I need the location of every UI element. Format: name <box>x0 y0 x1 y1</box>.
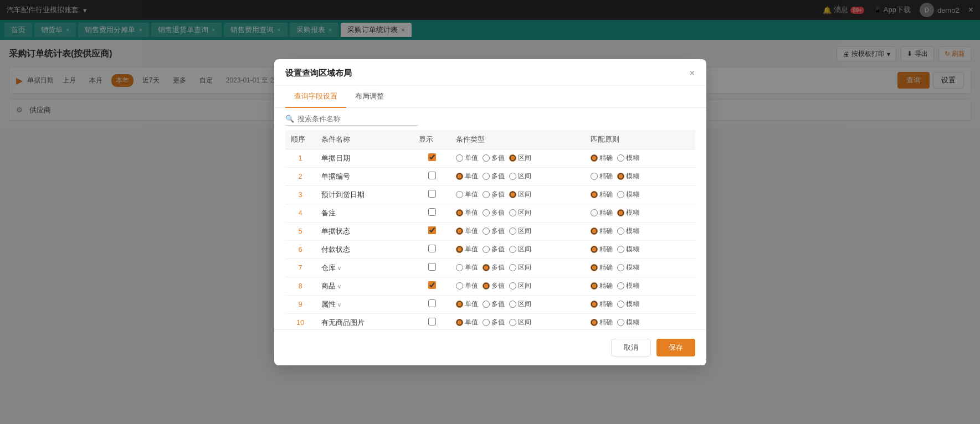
modal-title: 设置查询区域布局 <box>285 68 352 79</box>
modal-tabs: 查询字段设置 布局调整 <box>274 86 706 108</box>
modal-tab-query-fields[interactable]: 查询字段设置 <box>285 86 346 108</box>
search-box: 🔍 <box>285 115 418 126</box>
modal-tab-layout-label: 布局调整 <box>355 92 384 100</box>
modal-tab-layout[interactable]: 布局调整 <box>346 86 393 108</box>
modal-tab-query-fields-label: 查询字段设置 <box>294 92 337 100</box>
modal-header: 设置查询区域布局 × <box>274 59 706 86</box>
modal-close-button[interactable]: × <box>689 68 695 78</box>
search-input[interactable] <box>297 115 418 123</box>
modal-search-area: 🔍 <box>274 108 706 128</box>
settings-modal: 设置查询区域布局 × 查询字段设置 布局调整 🔍 顺序 <box>274 59 706 128</box>
search-icon: 🔍 <box>285 115 294 123</box>
modal-overlay: 设置查询区域布局 × 查询字段设置 布局调整 🔍 顺序 <box>0 0 980 128</box>
